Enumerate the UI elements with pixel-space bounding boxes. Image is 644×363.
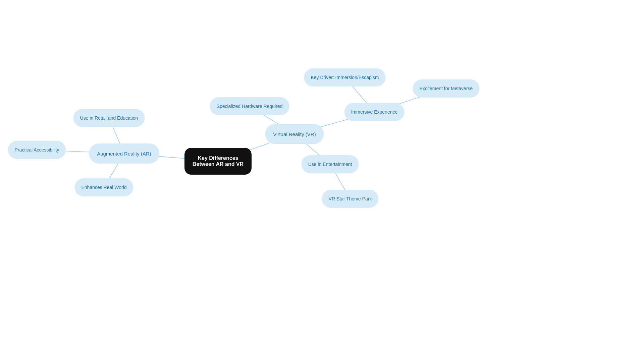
node-enhances[interactable]: Enhances Real World [74, 178, 133, 196]
node-vr_star[interactable]: VR Star Theme Park [322, 190, 379, 208]
node-ar[interactable]: Augmented Reality (AR) [89, 143, 159, 164]
node-practical[interactable]: Practical Accessibility [8, 141, 66, 159]
node-specialized[interactable]: Specialized Hardware Required [210, 97, 289, 115]
mindmap-canvas: Key Differences Between AR and VRAugment… [0, 0, 644, 363]
node-retail[interactable]: Use in Retail and Education [73, 109, 145, 127]
node-immersive_exp[interactable]: Immersive Experience [344, 103, 405, 121]
node-center[interactable]: Key Differences Between AR and VR [184, 148, 252, 175]
node-excitement[interactable]: Excitement for Metaverse [413, 79, 480, 98]
node-vr[interactable]: Virtual Reality (VR) [265, 124, 324, 144]
node-entertainment[interactable]: Use in Entertainment [302, 155, 359, 173]
node-key_driver[interactable]: Key Driver: Immersion/Escapism [304, 68, 385, 86]
